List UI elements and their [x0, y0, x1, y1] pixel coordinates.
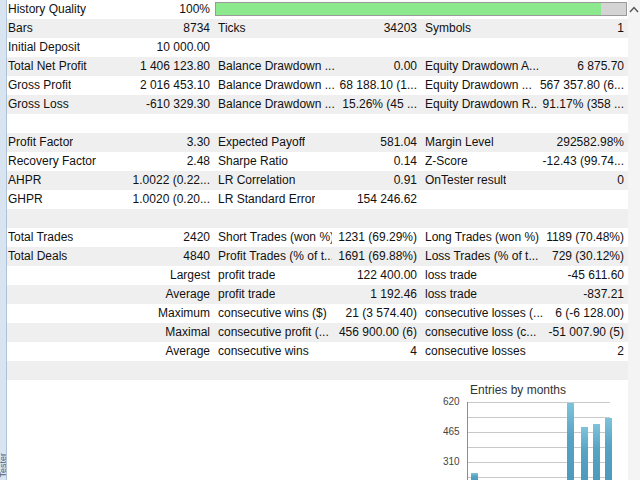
stat-cell — [7, 209, 212, 228]
table-row[interactable]: Averageconsecutive wins4consecutive loss… — [7, 342, 628, 361]
table-row[interactable]: Initial Deposit10 000.00 — [7, 38, 628, 57]
stat-value: 1691 (69.88%) — [338, 247, 417, 266]
scroll-up-icon[interactable] — [629, 3, 639, 11]
stat-label: loss trade — [425, 285, 477, 304]
stat-value: 4 — [410, 342, 417, 361]
stat-value: 6 (-6 128.00) — [555, 304, 624, 323]
table-row[interactable]: GHPR1.0020 (0.20...LR Standard Error154 … — [7, 190, 628, 209]
stat-label: Total Deals — [8, 247, 67, 266]
stat-cell: Loss Trades (% of t...729 (30.12%) — [419, 247, 628, 266]
stat-cell: Profit Trades (% of t...1691 (69.88%) — [212, 247, 419, 266]
table-row[interactable] — [7, 361, 628, 380]
stat-cell — [212, 209, 419, 228]
stat-cell: Equity Drawdown A...6 875.70 — [419, 57, 628, 76]
stat-label: LR Correlation — [218, 171, 295, 190]
stat-cell: Balance Drawdown ...0.00 — [212, 57, 419, 76]
stat-cell — [419, 190, 628, 209]
stat-cell: Recovery Factor2.48 — [7, 152, 212, 171]
stat-label: Total Net Profit — [8, 57, 87, 76]
chart-gridline — [467, 402, 610, 403]
stat-label: Ticks — [218, 19, 246, 38]
chart-ytick-label: 310 — [443, 457, 457, 467]
table-row[interactable]: Gross Loss-610 329.30Balance Drawdown ..… — [7, 95, 628, 114]
stat-cell — [7, 114, 212, 133]
stat-cell: LR Correlation0.91 — [212, 171, 419, 190]
stat-label: consecutive profit (... — [218, 323, 329, 342]
table-row[interactable]: Profit Factor3.30Expected Payoff581.04Ma… — [7, 133, 628, 152]
stat-value: 91.17% (358 ... — [543, 95, 624, 114]
stat-label: Balance Drawdown ... — [218, 95, 335, 114]
stat-cell: OnTester result0 — [419, 171, 628, 190]
stat-cell — [419, 38, 628, 57]
stat-label: Long Trades (won %) — [425, 228, 539, 247]
stat-cell: Short Trades (won %)1231 (69.29%) — [212, 228, 419, 247]
stat-value: 1 406 123.80 — [140, 57, 210, 76]
stat-cell: profit trade122 400.00 — [212, 266, 419, 285]
stat-value: -837.21 — [583, 285, 624, 304]
stat-value: 581.04 — [380, 133, 417, 152]
stat-value: 292582.98% — [557, 133, 624, 152]
stat-label: AHPR — [8, 171, 41, 190]
table-row[interactable]: Largestprofit trade122 400.00loss trade-… — [7, 266, 628, 285]
table-row[interactable]: Total Net Profit1 406 123.80Balance Draw… — [7, 57, 628, 76]
stat-value: 0.14 — [394, 152, 417, 171]
stat-cell — [419, 361, 628, 380]
table-row[interactable]: Recovery Factor2.48Sharpe Ratio0.14Z-Sco… — [7, 152, 628, 171]
stat-value: Largest — [170, 266, 210, 285]
stat-label: GHPR — [8, 190, 43, 209]
stat-cell: loss trade-837.21 — [419, 285, 628, 304]
stat-cell: History Quality100% — [7, 0, 212, 19]
stat-label: consecutive losses — [425, 342, 526, 361]
stat-value: 10 000.00 — [157, 38, 210, 57]
stat-label: Balance Drawdown ... — [218, 57, 335, 76]
stat-label: consecutive losses (... — [425, 304, 543, 323]
stat-label: consecutive wins ($) — [218, 304, 327, 323]
stat-value: 68 188.10 (1... — [340, 76, 417, 95]
vertical-panel-tab[interactable]: Tester — [0, 0, 7, 480]
stat-cell: Equity Drawdown R...91.17% (358 ... — [419, 95, 628, 114]
stat-value: 2 — [617, 342, 624, 361]
stat-cell — [212, 114, 419, 133]
stat-cell: GHPR1.0020 (0.20... — [7, 190, 212, 209]
stat-cell: Margin Level292582.98% — [419, 133, 628, 152]
table-row[interactable]: Averageprofit trade1 192.46loss trade-83… — [7, 285, 628, 304]
stat-value: 2 016 453.10 — [140, 76, 210, 95]
table-row[interactable]: History Quality100% — [7, 0, 628, 19]
chart-gridline — [467, 447, 610, 448]
chart-ytick-label: 465 — [443, 427, 457, 437]
table-row[interactable]: Total Deals4840Profit Trades (% of t...1… — [7, 247, 628, 266]
table-row[interactable]: AHPR1.0022 (0.22...LR Correlation0.91OnT… — [7, 171, 628, 190]
table-row[interactable] — [7, 209, 628, 228]
stat-cell: Z-Score-12.43 (99.74... — [419, 152, 628, 171]
table-row[interactable]: Gross Profit2 016 453.10Balance Drawdown… — [7, 76, 628, 95]
chart-bar — [605, 418, 612, 480]
stat-cell: LR Standard Error154 246.62 — [212, 190, 419, 209]
chart-gridline — [467, 432, 610, 433]
stat-value: 1189 (70.48%) — [546, 228, 624, 247]
vertical-scrollbar[interactable] — [628, 0, 640, 480]
stat-cell — [7, 361, 212, 380]
table-row[interactable]: Maximalconsecutive profit (...456 900.00… — [7, 323, 628, 342]
stat-value: 100% — [179, 0, 210, 19]
stat-cell: consecutive wins ($)21 (3 574.40) — [212, 304, 419, 323]
table-row[interactable]: Bars8734Ticks34203Symbols1 — [7, 19, 628, 38]
stat-cell: consecutive losses (...6 (-6 128.00) — [419, 304, 628, 323]
stat-value: 2.48 — [187, 152, 210, 171]
stat-label: Balance Drawdown ... — [218, 76, 334, 95]
table-row[interactable]: Total Trades2420Short Trades (won %)1231… — [7, 228, 628, 247]
stat-label: Recovery Factor — [8, 152, 96, 171]
backtest-statistics-grid: History Quality100%Bars8734Ticks34203Sym… — [7, 0, 628, 380]
table-row[interactable]: Maximumconsecutive wins ($)21 (3 574.40)… — [7, 304, 628, 323]
table-row[interactable] — [7, 114, 628, 133]
stat-label: loss trade — [425, 266, 477, 285]
stat-cell: Total Trades2420 — [7, 228, 212, 247]
stat-value: -12.43 (99.74... — [543, 152, 624, 171]
history-quality-progress-fill — [216, 3, 601, 15]
stat-cell: Average — [7, 285, 212, 304]
stat-label: Equity Drawdown A... — [425, 57, 539, 76]
stat-cell: consecutive loss (c...-51 007.90 (5) — [419, 323, 628, 342]
stat-cell: consecutive wins4 — [212, 342, 419, 361]
stat-label: Expected Payoff — [218, 133, 305, 152]
stat-label: Sharpe Ratio — [218, 152, 288, 171]
stat-label: Z-Score — [425, 152, 468, 171]
